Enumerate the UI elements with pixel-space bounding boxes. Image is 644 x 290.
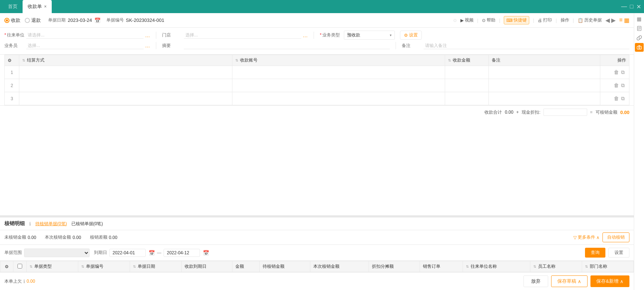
remark-cell-3[interactable] — [489, 92, 600, 105]
video-btn[interactable]: ▶ 视频 — [460, 17, 474, 23]
account-cell-2[interactable] — [232, 79, 445, 92]
date-end-input[interactable] — [164, 249, 200, 257]
table-section: ⚙ ⇅ 结算方式 ⇅ 收款账号 ⇅ — [0, 55, 634, 105]
wt-gear-header[interactable]: ⚙ — [0, 261, 13, 272]
remark-input[interactable] — [424, 42, 629, 49]
tab-home[interactable]: 首页 — [3, 0, 23, 13]
discount-input[interactable] — [543, 109, 587, 116]
amount-cell-3[interactable] — [445, 92, 489, 105]
staff-input[interactable] — [26, 42, 144, 49]
copy-icon-3[interactable]: ⧉ — [621, 95, 625, 102]
staff-field: 业务员 … — [4, 42, 150, 49]
table-gear-header[interactable]: ⚙ — [5, 55, 19, 66]
select-all-checkbox[interactable] — [17, 264, 22, 269]
writeoff-title: 核销明细 — [4, 220, 25, 227]
receipt-type-refund[interactable]: 退款 — [25, 17, 41, 24]
filter-range-select[interactable] — [24, 248, 90, 257]
done-tab-label: 已核销单据(0笔) — [71, 221, 103, 227]
receipt-type-receipt[interactable]: 收款 — [4, 17, 20, 24]
settlement-cell-2[interactable] — [19, 79, 232, 92]
help-btn[interactable]: ⊙ 帮助 — [482, 17, 495, 23]
staff-more-icon[interactable]: … — [145, 43, 150, 48]
operate-btn[interactable]: 操作 — [561, 17, 569, 23]
bottom-bar: 本单上欠 ℹ 0.00 放弃 保存草稿 ∧ 保存&新增 ∧ — [0, 272, 634, 290]
sidebar-link-icon[interactable] — [635, 34, 644, 42]
gear-icon: ⚙ — [8, 58, 12, 63]
writeoff-table-wrap: ⚙ ⇅ 单据类型 ⇅ 单据编号 — [0, 261, 634, 272]
history-btn[interactable]: 📋 历史单据 — [578, 17, 602, 23]
nav-prev-btn[interactable]: ◀ — [605, 17, 610, 24]
window-max-icon[interactable]: □ — [630, 3, 633, 10]
summary-input[interactable] — [184, 42, 390, 49]
account-cell-1[interactable] — [232, 66, 445, 79]
business-type-dropdown[interactable]: 预收款 ▾ — [344, 31, 395, 40]
store-input[interactable] — [184, 32, 301, 39]
copy-icon-2[interactable]: ⧉ — [621, 82, 625, 89]
writeoff-filter-actions: ▽ 更多条件 ∧ 自动核销 — [573, 232, 629, 242]
sidebar-table-icon[interactable]: ▦ — [635, 15, 644, 23]
date-section: 单据日期 2023-03-24 📅 — [48, 17, 101, 23]
tab-receipt[interactable]: 收款单 × — [23, 0, 52, 13]
wt-checkbox-header[interactable] — [13, 261, 27, 272]
more-conditions-btn[interactable]: ▽ 更多条件 ∧ — [573, 234, 600, 240]
net-label: 可核销金额 — [596, 109, 617, 115]
account-cell-3[interactable] — [232, 92, 445, 105]
date-start-input[interactable] — [109, 249, 146, 257]
remark-cell-1[interactable] — [489, 66, 600, 79]
prev-label: 本单上欠 — [4, 278, 22, 285]
delete-icon-3[interactable]: 🗑 — [614, 95, 619, 102]
save-new-button[interactable]: 保存&新增 ∧ — [590, 275, 629, 287]
query-button[interactable]: 查询 — [585, 248, 605, 258]
total-label: 收款合计 — [484, 109, 502, 115]
table-row: 1 🗑 ⧉ — [5, 66, 629, 79]
save-draft-button[interactable]: 保存草稿 ∧ — [551, 275, 588, 287]
print-btn[interactable]: 🖨 打印 — [538, 17, 552, 23]
store-label: 门店 — [162, 32, 184, 38]
tab-home-label: 首页 — [8, 3, 17, 10]
business-type-label: 业务类型 — [320, 32, 342, 38]
cal-end-icon[interactable]: 📅 — [203, 250, 209, 256]
writeoff-setting-button[interactable]: 设置 — [608, 248, 629, 258]
calendar-icon[interactable]: 📅 — [94, 17, 101, 23]
delete-icon-2[interactable]: 🗑 — [614, 82, 619, 89]
discard-button[interactable]: 放弃 — [523, 275, 548, 287]
print-icon: 🖨 — [538, 18, 542, 23]
grid-view-icon[interactable]: ▦ — [624, 17, 629, 24]
staff-label: 业务员 — [4, 43, 26, 49]
wt-due-date-header: 收款到期日 — [181, 261, 232, 272]
counterpart-field: 往来单位 … — [4, 32, 150, 39]
copy-icon-1[interactable]: ⧉ — [621, 69, 625, 75]
amount-cell-1[interactable] — [445, 66, 489, 79]
bottom-info-icon[interactable]: ℹ — [23, 279, 25, 284]
form-divider-2 — [314, 32, 314, 39]
delete-icon-1[interactable]: 🗑 — [614, 69, 619, 75]
list-view-icon[interactable]: ≡ — [619, 17, 623, 24]
writeoff-info-icon[interactable]: ℹ — [29, 221, 31, 227]
window-close-icon[interactable]: ✕ — [636, 3, 641, 10]
this-time-stat: 本次核销金额 0.00 — [45, 234, 81, 240]
amount-cell-2[interactable] — [445, 79, 489, 92]
window-min-icon[interactable]: — — [621, 3, 627, 10]
cal-start-icon[interactable]: 📅 — [149, 250, 155, 256]
settings-button[interactable]: ⚙ 设置 — [400, 31, 422, 40]
th-account: ⇅ 收款账号 — [232, 55, 445, 66]
right-sidebar: ▦ — [634, 13, 644, 290]
settlement-cell-1[interactable] — [19, 66, 232, 79]
counterpart-input[interactable] — [26, 32, 144, 39]
writeoff-stats: 未核销金额 0.00 本次核销金额 0.00 核销差额 0.00 ▽ 更多条件 … — [0, 230, 634, 245]
store-more-icon[interactable]: … — [303, 32, 308, 38]
sidebar-doc-icon[interactable] — [635, 24, 644, 33]
pending-tab[interactable]: 待核销单据(0笔) — [35, 221, 67, 227]
writeoff-filter: 单据范围 到期日 📅 — 📅 查询 设置 — [0, 245, 634, 261]
filter-range-label: 单据范围 — [4, 250, 22, 256]
nav-arrows: ◀ ▶ — [605, 17, 616, 24]
auto-writeoff-button[interactable]: 自动核销 — [602, 232, 629, 242]
shortcut-btn[interactable]: ⌨ 快捷键 — [504, 16, 529, 24]
counterpart-more-icon[interactable]: … — [145, 32, 150, 38]
remark-cell-2[interactable] — [489, 79, 600, 92]
settlement-cell-3[interactable] — [19, 92, 232, 105]
nav-next-btn[interactable]: ▶ — [611, 17, 616, 24]
sidebar-camera-icon[interactable] — [635, 43, 644, 52]
tab-close-icon[interactable]: × — [44, 4, 47, 9]
main-content: 收款 退款 单据日期 2023-03-24 📅 单据编号 SK-20230324… — [0, 13, 634, 290]
